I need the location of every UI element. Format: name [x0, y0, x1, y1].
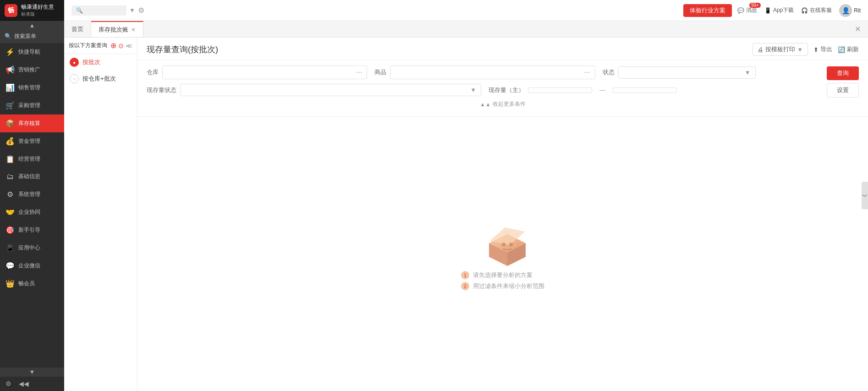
product-input[interactable]: ···	[390, 65, 595, 79]
warehouse-more-icon[interactable]: ···	[356, 68, 362, 76]
page-content: 按以下方案查询 ⊕ ⊙ ≪ ● 按批次 ○ 按仓库+批次 现存量查询(按批次)	[64, 38, 868, 391]
page-title: 现存量查询(按批次)	[147, 44, 218, 55]
status-label: 状态	[603, 68, 615, 76]
status-select[interactable]: ▼	[618, 66, 756, 79]
sidebar-scroll-down[interactable]: ▼	[0, 368, 64, 376]
scheme-panel: 按以下方案查询 ⊕ ⊙ ≪ ● 按批次 ○ 按仓库+批次	[64, 38, 137, 391]
sidebar-item-system[interactable]: ⚙ 系统管理	[0, 185, 64, 203]
svg-point-5	[509, 243, 513, 246]
sidebar-item-marketing[interactable]: 📢 营销推广	[0, 61, 64, 79]
product-more-icon[interactable]: ···	[584, 68, 590, 76]
inventory-status-select[interactable]: ▼	[180, 84, 481, 96]
username-label: Rit	[854, 7, 861, 14]
marketing-icon: 📢	[5, 65, 15, 74]
tab-close-icon[interactable]: ✕	[131, 27, 136, 33]
sidebar-item-inventory[interactable]: 📦 库存核算	[0, 114, 64, 132]
empty-hint-2: 2 用过滤条件来缩小分析范围	[461, 282, 544, 290]
topbar-dropdown-icon[interactable]: ▼	[129, 7, 135, 14]
search-icon: 🔍	[5, 33, 11, 39]
avatar: 👤	[839, 4, 852, 17]
print-dropdown-icon[interactable]: ▼	[797, 46, 803, 53]
query-button[interactable]: 查询	[827, 66, 859, 80]
tab-batch-account[interactable]: 库存批次账 ✕	[91, 21, 143, 37]
topbar-search-area: 🔍 ▼ ⚙	[71, 5, 678, 16]
scheme-collapse-icon[interactable]: ≪	[126, 42, 132, 49]
scheme-item-by-batch[interactable]: ● 按批次	[64, 54, 137, 71]
sidebar-search[interactable]: 🔍 搜索菜单	[0, 30, 64, 43]
right-collapse-handle[interactable]: ❯	[862, 182, 868, 209]
empty-hints: 1 请先选择要分析的方案 2 用过滤条件来缩小分析范围	[461, 271, 544, 290]
sales-icon: 📊	[5, 83, 15, 92]
collapse-more-button[interactable]: ▲▲ 收起更多条件	[147, 98, 859, 111]
warehouse-filter: 仓库 ···	[147, 65, 367, 79]
inventory-qty-label: 现存量（主）	[489, 86, 524, 94]
app-subtitle: 标准版	[21, 11, 54, 17]
svg-point-4	[502, 243, 505, 246]
collapse-sidebar-icon[interactable]: ◀◀	[19, 380, 29, 387]
sidebar-item-basic[interactable]: 🗂 基础信息	[0, 168, 64, 185]
sidebar-scroll-up[interactable]: ▲	[0, 22, 64, 30]
sidebar-item-quick-nav[interactable]: ⚡ 快捷导航	[0, 43, 64, 61]
weixin-icon: 💬	[5, 261, 15, 270]
scheme-setting-icon[interactable]: ⊙	[118, 42, 124, 49]
inventory-qty-from[interactable]	[528, 87, 592, 93]
enterprise-icon: 🤝	[5, 208, 15, 217]
topbar-gear-icon[interactable]: ⚙	[138, 6, 144, 15]
main-content: 🔍 ▼ ⚙ 体验行业方案 💬 消息 99+ 📱 App下载 🎧 在线客服 👤	[64, 0, 868, 391]
filter-row-2: 现存量状态 ▼ 现存量（主）	[147, 84, 823, 96]
export-button[interactable]: ⬆ 导出	[813, 45, 832, 54]
basic-icon: 🗂	[5, 173, 15, 181]
scheme-inactive-dot: ○	[70, 74, 79, 83]
member-icon: 👑	[5, 279, 15, 288]
warehouse-label: 仓库	[147, 68, 159, 76]
sidebar-item-weixin[interactable]: 💬 企业微信	[0, 257, 64, 275]
sidebar-item-app-center[interactable]: 📱 应用中心	[0, 239, 64, 257]
sidebar-item-sales[interactable]: 📊 销售管理	[0, 79, 64, 97]
sidebar-item-newbie[interactable]: 🎯 新手引导	[0, 221, 64, 239]
print-button[interactable]: 🖨 按模板打印 ▼	[753, 43, 808, 56]
download-icon: 📱	[764, 7, 771, 14]
inventory-status-filter: 现存量状态 ▼	[147, 84, 481, 96]
sidebar-item-enterprise[interactable]: 🤝 企业协同	[0, 203, 64, 221]
message-icon: 💬	[737, 7, 744, 14]
sidebar-footer: ⚙ ◀◀	[0, 376, 64, 391]
inventory-icon: 📦	[5, 119, 15, 128]
product-filter: 商品 ···	[374, 65, 595, 79]
inventory-status-label: 现存量状态	[147, 86, 176, 94]
empty-svg-icon	[480, 218, 535, 268]
tab-panel-close-button[interactable]: ✕	[847, 25, 868, 33]
filter-row-1: 仓库 ··· 商品 ···	[147, 65, 823, 79]
tab-bar: 首页 库存批次账 ✕ ✕	[64, 21, 868, 38]
user-avatar-area[interactable]: 👤 Rit	[839, 4, 861, 17]
sidebar-item-finance[interactable]: 💰 资金管理	[0, 132, 64, 150]
warehouse-input[interactable]: ···	[162, 65, 367, 79]
filter-rows-group: 仓库 ··· 商品 ···	[147, 65, 859, 98]
inventory-qty-to[interactable]	[613, 87, 677, 93]
settings-button[interactable]: 设置	[827, 83, 859, 98]
system-icon: ⚙	[5, 190, 15, 199]
app-title-group: 畅康通好生意 标准版	[21, 4, 54, 17]
scheme-item-by-warehouse-batch[interactable]: ○ 按仓库+批次	[64, 71, 137, 87]
sidebar-item-purchase[interactable]: 🛒 采购管理	[0, 97, 64, 114]
purchase-icon: 🛒	[5, 101, 15, 110]
scheme-panel-actions: ⊕ ⊙ ≪	[110, 41, 132, 50]
online-service-button[interactable]: 🎧 在线客服	[801, 6, 832, 14]
settings-footer-icon[interactable]: ⚙	[5, 380, 11, 387]
refresh-button[interactable]: 🔄 刷新	[838, 45, 859, 54]
topbar-search-box[interactable]: 🔍	[71, 5, 126, 16]
sidebar-item-operation[interactable]: 📋 经营管理	[0, 150, 64, 168]
finance-icon: 💰	[5, 137, 15, 146]
scheme-panel-header: 按以下方案查询 ⊕ ⊙ ≪	[64, 38, 137, 54]
product-label: 商品	[374, 68, 386, 76]
industry-solution-button[interactable]: 体验行业方案	[683, 4, 732, 17]
app-download-button[interactable]: 📱 App下载	[764, 6, 794, 14]
app-title: 畅康通好生意	[21, 4, 54, 11]
app-center-icon: 📱	[5, 244, 15, 252]
inventory-status-dropdown-icon: ▼	[470, 87, 476, 93]
topbar: 🔍 ▼ ⚙ 体验行业方案 💬 消息 99+ 📱 App下载 🎧 在线客服 👤	[64, 0, 868, 21]
sidebar-item-member[interactable]: 👑 畅会员	[0, 275, 64, 293]
messages-button[interactable]: 💬 消息 99+	[737, 6, 757, 14]
tab-home[interactable]: 首页	[64, 21, 91, 37]
scheme-add-icon[interactable]: ⊕	[110, 41, 116, 50]
sidebar: 畅 畅康通好生意 标准版 ▲ 🔍 搜索菜单 ⚡ 快捷导航 📢 营销推广 📊 销售…	[0, 0, 64, 391]
